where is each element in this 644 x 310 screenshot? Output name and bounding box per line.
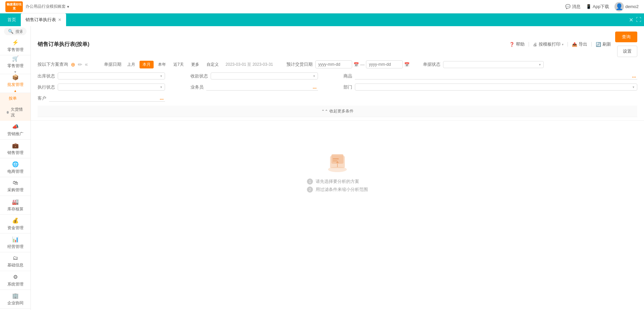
- help-btn[interactable]: ❓ 帮助: [509, 41, 525, 47]
- sidebar-item-enterprise[interactable]: 🏢 企业协同: [0, 290, 31, 309]
- dept-select[interactable]: ▾: [355, 84, 637, 91]
- main-layout: 🔍 ⚡ 零售管理 🛒 零售管理 ▼ 📦 批发管理 ▲ 按单 欠货情况: [0, 26, 644, 310]
- user-profile-btn[interactable]: 👤 demo2: [614, 2, 639, 11]
- tab-close-btn[interactable]: ✕: [58, 17, 61, 22]
- breadcrumb-dropdown-icon[interactable]: ▾: [67, 4, 69, 9]
- sidebar-item-sales[interactable]: 💼 销售管理: [0, 140, 31, 158]
- refresh-btn[interactable]: 🔄 刷新: [596, 41, 611, 47]
- export-btn[interactable]: 📤 导出: [572, 41, 587, 47]
- collapse-bar[interactable]: ⌃⌃ 收起更多条件: [38, 106, 637, 117]
- search-input[interactable]: [15, 29, 22, 34]
- empty-state: 1 请先选择要分析的方案 2 用过滤条件来缩小分析范围: [31, 121, 644, 219]
- header-right: 💬 消息 📱 App下载 👤 demo2: [565, 2, 639, 11]
- receipt-status-select[interactable]: ▾: [211, 72, 318, 80]
- finance-icon: 💰: [12, 217, 19, 224]
- wholesale-submenu: 按单 欠货情况: [0, 93, 31, 121]
- content-area: 销售订单执行表(按单) ❓ 帮助 🖨 按模板打印 ▾ 📤 导出: [31, 26, 644, 310]
- message-btn[interactable]: 💬 消息: [565, 4, 581, 10]
- sidebar-item-new-guide[interactable]: 🎓 新手引导: [0, 309, 31, 310]
- predict-date-cell: 预计交货日期 📅 — 📅: [286, 60, 410, 68]
- sidebar-item-inventory[interactable]: 🏭 库存核算: [0, 196, 31, 215]
- retail-icon: 🛒: [12, 55, 19, 62]
- date-separator: —: [360, 62, 365, 67]
- date-btn-this-year[interactable]: 本年: [155, 61, 169, 68]
- svg-rect-3: [333, 158, 339, 159]
- add-plan-btn[interactable]: ⊕: [71, 61, 75, 68]
- predict-date-end[interactable]: [366, 60, 403, 68]
- expand-icon: ▼: [14, 70, 17, 74]
- divider2: [568, 42, 568, 47]
- exec-status-arrow: ▾: [160, 85, 162, 89]
- tab-maximize-btn[interactable]: ⛶: [636, 17, 641, 23]
- page-header: 销售订单执行表(按单) ❓ 帮助 🖨 按模板打印 ▾ 📤 导出: [31, 26, 644, 60]
- sidebar-item-sys[interactable]: ⚙ 系统管理: [0, 271, 31, 290]
- goods-cell: 商品 ...: [343, 72, 637, 80]
- customer-more-icon: ...: [160, 95, 164, 101]
- date-btn-last-7-days[interactable]: 近7天: [170, 61, 187, 68]
- query-btn[interactable]: 查询: [615, 32, 637, 42]
- sub-item-owe-stock[interactable]: 欠货情况: [0, 104, 31, 121]
- out-status-select[interactable]: ▾: [58, 72, 165, 80]
- predict-date-start[interactable]: [315, 60, 352, 68]
- sidebar-item-ecommerce[interactable]: 🌐 电商管理: [0, 158, 31, 177]
- salesperson-cell: 业务员 ...: [191, 84, 318, 91]
- filter-row-1: 按以下方案查询 ⊕ ✏ « 单据日期 上月 本月 本年 近7天 更多 自定义: [38, 60, 637, 68]
- page-actions: ❓ 帮助 🖨 按模板打印 ▾ 📤 导出 🔄 刷新: [509, 32, 637, 57]
- sidebar-item-quick-nav[interactable]: ⚡ 零售管理: [0, 37, 31, 55]
- customer-select[interactable]: ...: [49, 95, 165, 102]
- divider3: [591, 42, 592, 47]
- date-btn-group: 上月 本月 本年 近7天 更多 自定义: [124, 61, 222, 68]
- tab-close-window-btn[interactable]: ✕: [629, 17, 633, 23]
- dept-arrow: ▾: [633, 85, 634, 89]
- sidebar-item-marketing[interactable]: 📣 营销推广: [0, 121, 31, 140]
- sales-icon: 💼: [12, 142, 19, 149]
- empty-tips: 1 请先选择要分析的方案 2 用过滤条件来缩小分析范围: [307, 178, 368, 193]
- help-icon: ❓: [509, 42, 515, 47]
- collapse-icon: ▲: [14, 89, 17, 93]
- date-btn-last-month[interactable]: 上月: [124, 61, 138, 68]
- salesperson-more-icon: ...: [313, 84, 317, 90]
- app-download-icon: 📱: [586, 4, 591, 9]
- sidebar-item-finance[interactable]: 💰 资金管理: [0, 215, 31, 234]
- status-cell: 单据状态 ▾: [423, 61, 637, 68]
- app-download-btn[interactable]: 📱 App下载: [586, 4, 609, 10]
- settings-btn[interactable]: 设置: [617, 46, 637, 57]
- date-btn-more[interactable]: 更多: [188, 61, 202, 68]
- date-range-icon: 📅: [354, 62, 359, 67]
- search-box[interactable]: 🔍: [4, 28, 26, 35]
- export-icon: 📤: [572, 42, 577, 47]
- basic-icon: 🗂: [13, 255, 18, 261]
- tab-bar: 首页 销售订单执行表 ✕ ✕ ⛶: [0, 13, 644, 26]
- salesperson-select[interactable]: ...: [206, 84, 318, 91]
- sidebar-item-retail[interactable]: 🛒 零售管理 ▼: [0, 55, 31, 74]
- sidebar: 🔍 ⚡ 零售管理 🛒 零售管理 ▼ 📦 批发管理 ▲ 按单 欠货情况: [0, 26, 31, 310]
- exec-status-select[interactable]: ▾: [58, 84, 165, 91]
- sidebar-item-operations[interactable]: 📊 经营管理: [0, 234, 31, 252]
- sidebar-item-basic[interactable]: 🗂 基础信息: [0, 252, 31, 271]
- date-btn-custom[interactable]: 自定义: [204, 61, 222, 68]
- sidebar-item-purchase[interactable]: 🛍 采购管理: [0, 177, 31, 196]
- tab-home[interactable]: 首页: [3, 13, 21, 26]
- date-btn-this-month[interactable]: 本月: [140, 61, 154, 68]
- date-cell: 单据日期 上月 本月 本年 近7天 更多 自定义 2023-03-01 至 20…: [104, 61, 273, 68]
- print-dropdown-icon: ▾: [562, 43, 564, 46]
- quick-nav-icon: ⚡: [12, 39, 19, 46]
- collapse-plan-btn[interactable]: «: [85, 61, 88, 67]
- print-btn[interactable]: 🖨 按模板打印 ▾: [533, 41, 564, 47]
- divider1: [529, 42, 529, 47]
- purchase-icon: 🛍: [13, 180, 18, 186]
- empty-tip-1: 1 请先选择要分析的方案: [307, 178, 368, 185]
- inventory-icon: 🏭: [12, 199, 19, 205]
- goods-select[interactable]: ...: [355, 72, 637, 80]
- goods-more-icon: ...: [632, 73, 636, 79]
- sidebar-item-wholesale[interactable]: 📦 批发管理 ▲: [0, 74, 31, 93]
- status-select[interactable]: ▾: [443, 61, 544, 68]
- enterprise-icon: 🏢: [12, 293, 19, 299]
- receipt-status-cell: 收款状态 ▾: [191, 72, 318, 80]
- avatar: 👤: [614, 2, 624, 11]
- tab-sales-order-list[interactable]: 销售订单执行表 ✕: [21, 13, 66, 26]
- empty-tip-2: 2 用过滤条件来缩小分析范围: [307, 187, 368, 193]
- sub-item-press-order[interactable]: 按单: [0, 93, 31, 104]
- edit-plan-btn[interactable]: ✏: [78, 61, 82, 68]
- filter-row-3: 执行状态 ▾ 业务员 ... 部门 ▾: [38, 84, 637, 91]
